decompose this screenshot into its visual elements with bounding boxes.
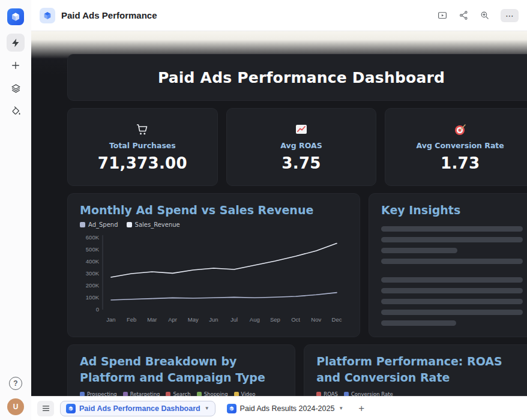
- monthly-chart-card: Monthly Ad Spend vs Sales Revenue Ad_Spe…: [67, 193, 360, 337]
- kpi-row: Total Purchases 71,373.00 Avg ROAS 3.75: [67, 108, 527, 186]
- svg-text:May: May: [188, 316, 199, 323]
- legend-item: Search: [166, 391, 190, 396]
- bottom-tab-bar: Paid Ads Performance Dashboard ▼ Paid Ad…: [31, 396, 527, 420]
- svg-text:Dec: Dec: [332, 316, 342, 323]
- legend-label: Retargeting: [130, 391, 160, 396]
- pages-list-button[interactable]: [37, 401, 54, 416]
- monthly-line-chart: 0100K200K300K400K500K600KJanFebMarAprMay…: [80, 230, 349, 330]
- kpi-label: Total Purchases: [109, 141, 176, 150]
- kpi-label: Avg ROAS: [280, 141, 322, 150]
- legend-item: Prospecting: [80, 391, 117, 396]
- list-icon: [41, 404, 50, 413]
- chart-title: Monthly Ad Spend vs Sales Revenue: [80, 203, 348, 217]
- dashboard-header-card: Paid Ads Performance Dashboard: [67, 54, 527, 101]
- top-bar: Paid Ads Performance ⋯: [31, 0, 527, 31]
- card-title: Platform Performance: ROAS and Conversio…: [316, 353, 523, 385]
- legend-label: Sales_Revenue: [135, 221, 180, 228]
- document-icon: [40, 8, 55, 23]
- svg-text:0: 0: [96, 306, 99, 313]
- lightning-icon: [11, 38, 21, 48]
- legend-label: Shopping: [204, 391, 228, 396]
- skeleton-bar: [381, 248, 457, 253]
- plus-icon: [11, 61, 20, 70]
- svg-text:Oct: Oct: [291, 316, 300, 323]
- kpi-label: Avg Conversion Rate: [417, 141, 504, 150]
- bottom-row: Ad Spend Breakdown by Platform and Campa…: [67, 344, 527, 396]
- more-options-button[interactable]: ⋯: [501, 9, 519, 22]
- document-title: Paid Ads Performance: [61, 10, 157, 20]
- sidebar-item-actions[interactable]: [7, 34, 25, 52]
- tab-paid-ads-performance-dashboard[interactable]: Paid Ads Performance Dashboard ▼: [60, 401, 215, 416]
- legend-swatch: [344, 392, 349, 396]
- insights-title: Key Insights: [381, 203, 523, 217]
- help-button[interactable]: ?: [9, 377, 22, 390]
- skeleton-bar: [381, 277, 523, 283]
- legend-swatch: [80, 222, 85, 227]
- svg-text:500K: 500K: [86, 246, 100, 253]
- svg-text:Aug: Aug: [250, 316, 260, 323]
- page-icon: [227, 404, 236, 413]
- svg-text:Sep: Sep: [270, 316, 280, 323]
- svg-text:Nov: Nov: [311, 316, 321, 323]
- sidebar-item-theme[interactable]: [7, 102, 25, 120]
- legend-swatch: [166, 392, 170, 396]
- paint-bucket-icon: [11, 106, 21, 116]
- sidebar-item-layers[interactable]: [7, 79, 25, 97]
- insights-skeleton-group: [381, 226, 523, 264]
- skeleton-bar: [381, 288, 523, 293]
- insights-skeleton-group: [381, 277, 523, 326]
- legend-item: Retargeting: [123, 391, 160, 396]
- legend-swatch: [127, 222, 132, 227]
- legend-item: Sales_Revenue: [127, 221, 180, 228]
- chevron-down-icon[interactable]: ▼: [205, 406, 209, 411]
- sidebar: ? U: [0, 0, 31, 420]
- tab-label: Paid Ads Results 2024-2025: [240, 404, 335, 413]
- slideshow-button[interactable]: [437, 10, 448, 21]
- dashboard-canvas: Paid Ads Performance Dashboard Total Pur…: [31, 31, 527, 396]
- topbar-actions: ⋯: [437, 9, 519, 22]
- legend-swatch: [123, 392, 128, 396]
- legend-swatch: [234, 392, 239, 396]
- skeleton-bar: [381, 259, 523, 264]
- app-logo[interactable]: [7, 8, 24, 25]
- chevron-down-icon[interactable]: ▼: [339, 406, 343, 411]
- target-icon: [453, 122, 468, 137]
- tab-paid-ads-results[interactable]: Paid Ads Results 2024-2025 ▼: [221, 401, 349, 416]
- svg-text:200K: 200K: [86, 282, 100, 289]
- cart-icon: [135, 122, 149, 137]
- kpi-value: 3.75: [282, 154, 321, 172]
- layers-icon: [11, 83, 21, 94]
- kpi-card-avg-roas: Avg ROAS 3.75: [226, 108, 377, 186]
- legend-label: Ad_Spend: [88, 221, 118, 228]
- legend-item: Shopping: [197, 391, 228, 396]
- svg-text:300K: 300K: [86, 270, 100, 277]
- tab-label: Paid Ads Performance Dashboard: [79, 404, 200, 413]
- svg-text:Jun: Jun: [209, 316, 218, 323]
- add-page-button[interactable]: +: [355, 401, 368, 416]
- user-avatar[interactable]: U: [7, 398, 24, 415]
- share-button[interactable]: [459, 10, 469, 20]
- zoom-in-button[interactable]: [480, 10, 490, 20]
- legend-item: Ad_Spend: [80, 221, 118, 228]
- charts-row: Monthly Ad Spend vs Sales Revenue Ad_Spe…: [67, 193, 527, 337]
- skeleton-bar: [381, 237, 523, 242]
- legend-item: ROAS: [316, 391, 338, 396]
- skeleton-bar: [381, 299, 523, 304]
- key-insights-card: Key Insights: [369, 193, 527, 337]
- legend-label: Search: [173, 391, 190, 396]
- sidebar-item-add[interactable]: [7, 56, 25, 74]
- svg-text:600K: 600K: [86, 234, 100, 241]
- card-title: Ad Spend Breakdown by Platform and Campa…: [80, 353, 283, 385]
- svg-text:400K: 400K: [86, 258, 100, 265]
- kpi-value: 71,373.00: [98, 154, 187, 172]
- kpi-value: 1.73: [441, 154, 480, 172]
- slideshow-icon: [437, 10, 448, 21]
- svg-text:Apr: Apr: [168, 316, 177, 323]
- legend-swatch: [316, 392, 321, 396]
- legend-label: Prospecting: [87, 391, 117, 396]
- page-icon: [66, 404, 76, 413]
- svg-text:100K: 100K: [86, 294, 100, 301]
- skeleton-bar: [381, 320, 456, 326]
- legend-item: Video: [234, 391, 256, 396]
- performance-legend: ROAS Conversion Rate: [316, 391, 523, 396]
